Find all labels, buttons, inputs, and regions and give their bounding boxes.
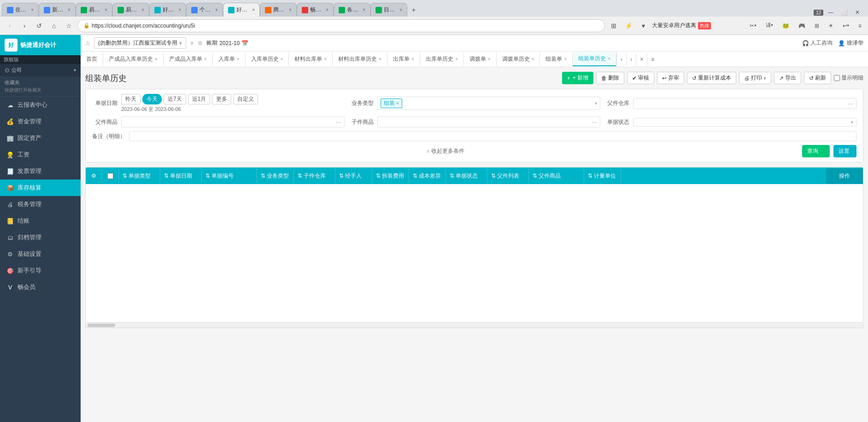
- tab-production-in[interactable]: 产成品入库单 ×: [164, 52, 213, 66]
- tab-transfer[interactable]: 调拨单 ×: [464, 52, 497, 66]
- grid-icon[interactable]: ⊞: [812, 22, 822, 30]
- audit-button[interactable]: ✔ 审核: [627, 72, 654, 84]
- sun-icon[interactable]: ☀: [826, 22, 836, 30]
- th-settings[interactable]: ⚙: [86, 169, 102, 183]
- tab-material-out-history[interactable]: 材料出库单历史 ×: [333, 52, 387, 66]
- dropdown-button[interactable]: ▾: [637, 20, 649, 32]
- tab-assembly-close[interactable]: ×: [564, 57, 567, 62]
- sidebar-item-member[interactable]: V 畅会员: [0, 279, 81, 295]
- tab-material-out-close[interactable]: ×: [324, 57, 327, 62]
- tab-assembly-history[interactable]: 组装单历史 ×: [573, 52, 616, 66]
- browser-tab-10[interactable]: 各… ×: [334, 3, 370, 17]
- biz-type-tag-close[interactable]: ×: [396, 101, 399, 106]
- address-bar[interactable]: 🔒 https://cloud.chanjet.com/accounting/u…: [77, 19, 605, 32]
- tab-in-order[interactable]: 入库单 ×: [213, 52, 246, 66]
- tab-next-button[interactable]: ›: [626, 53, 636, 65]
- browser-tab-4[interactable]: 易… ×: [112, 3, 149, 17]
- browser-tab-9[interactable]: 畅… ×: [297, 3, 334, 17]
- biz-type-select[interactable]: 组装 × ▾: [377, 97, 601, 110]
- date-more[interactable]: 更多: [212, 94, 231, 104]
- tab-close-8[interactable]: ×: [289, 7, 292, 12]
- recalculate-button[interactable]: ↺ 重新计算成本: [687, 72, 736, 84]
- sidebar-item-invoice[interactable]: 🧾 发票管理: [0, 163, 81, 179]
- date-1month[interactable]: 近1月: [188, 94, 211, 104]
- tab-close-all-button[interactable]: ×: [636, 53, 647, 65]
- tab-in-order-history[interactable]: 入库单历史 ×: [246, 52, 289, 66]
- back-button[interactable]: ‹: [4, 20, 16, 32]
- sidebar-item-cloud-report[interactable]: ☁ 云报表中心: [0, 97, 81, 113]
- refresh-button[interactable]: ↺ 刷新: [804, 72, 831, 84]
- refresh-browser-button[interactable]: ↺: [33, 20, 45, 32]
- minimize-btn[interactable]: —: [825, 8, 836, 17]
- browser-tab-3[interactable]: 易… ×: [76, 3, 112, 17]
- abandon-button[interactable]: ↩ 弃审: [657, 72, 684, 84]
- add-company-icon[interactable]: +: [190, 39, 194, 47]
- add-button[interactable]: + + 新增: [562, 72, 593, 84]
- tab-close-10[interactable]: ×: [363, 7, 365, 12]
- tab-close-3[interactable]: ×: [105, 7, 107, 12]
- sidebar-item-tax[interactable]: 🖨 税务管理: [0, 196, 81, 213]
- browser-tab-6[interactable]: 个… ×: [186, 3, 223, 17]
- tab-assembly[interactable]: 组装单 ×: [540, 52, 573, 66]
- sidebar-item-payroll[interactable]: 👷 工资: [0, 146, 81, 163]
- game-icon[interactable]: 🎮: [796, 22, 808, 30]
- home-button[interactable]: ⌂: [48, 20, 60, 32]
- show-detail-checkbox[interactable]: 显示明细: [834, 74, 863, 82]
- tab-close-4[interactable]: ×: [141, 7, 144, 12]
- tab-close-6[interactable]: ×: [215, 7, 218, 12]
- scrollbar-thumb[interactable]: [88, 324, 115, 327]
- scissors-icon[interactable]: ✂•: [747, 22, 759, 30]
- tab-out-order-close[interactable]: ×: [411, 57, 414, 62]
- th-order-date[interactable]: ⇅ 单据日期: [160, 168, 202, 184]
- tab-out-order[interactable]: 出库单 ×: [387, 52, 420, 66]
- tab-home[interactable]: 首页: [81, 52, 103, 66]
- translate-icon[interactable]: 译•: [763, 21, 776, 30]
- tab-out-order-history[interactable]: 出库单历史 ×: [420, 52, 464, 66]
- qr-code-button[interactable]: ⊞: [608, 20, 620, 32]
- emoji-icon[interactable]: 🐸: [780, 22, 792, 30]
- tab-material-out-history-close[interactable]: ×: [379, 57, 381, 62]
- sidebar-item-finance[interactable]: 💰 资金管理: [0, 113, 81, 130]
- tab-close-2[interactable]: ×: [68, 7, 70, 12]
- tab-close-5[interactable]: ×: [178, 7, 181, 12]
- forward-button[interactable]: ›: [18, 20, 30, 32]
- bookmark-button[interactable]: ☆: [63, 20, 75, 32]
- company-selector[interactable]: ⊙ 公司 ▾: [0, 64, 81, 76]
- sidebar-item-inventory[interactable]: 📦 库存核算: [0, 179, 81, 196]
- th-handler[interactable]: ⇅ 经手人: [335, 168, 372, 184]
- print-button[interactable]: 🖨 打印 ▾: [739, 72, 771, 84]
- th-cost-diff[interactable]: ⇅ 成本差异: [409, 168, 446, 184]
- tab-close-7[interactable]: ×: [252, 7, 255, 12]
- tab-transfer-close[interactable]: ×: [488, 57, 491, 62]
- th-disassembly-fee[interactable]: ⇅ 拆装费用: [372, 168, 409, 184]
- browser-tab-7[interactable]: 好… ×: [223, 3, 260, 17]
- sidebar-item-guide[interactable]: 🎯 新手引导: [0, 262, 81, 279]
- th-unit[interactable]: ⇅ 计量单位: [584, 168, 621, 184]
- tab-production-in-close[interactable]: ×: [204, 57, 207, 62]
- child-item-select[interactable]: ···: [377, 116, 601, 127]
- sidebar-item-fixed-assets[interactable]: 🏢 固定资产: [0, 130, 81, 146]
- sidebar-item-settings[interactable]: ⚙ 基础设置: [0, 246, 81, 262]
- query-button[interactable]: 查询: [802, 145, 830, 157]
- tab-close-1[interactable]: ×: [31, 7, 34, 12]
- browser-tab-2[interactable]: 新… ×: [39, 3, 76, 17]
- tab-close-11[interactable]: ×: [399, 7, 402, 12]
- collapse-more-button[interactable]: ∧ 收起更多条件: [92, 145, 798, 157]
- tab-assembly-history-close[interactable]: ×: [608, 56, 610, 61]
- th-checkbox[interactable]: [102, 169, 119, 183]
- sidebar-item-checkout[interactable]: 📒 结账: [0, 213, 81, 229]
- tab-transfer-history[interactable]: 调拨单历史 ×: [497, 52, 540, 66]
- sidebar-item-archive[interactable]: 🗂 归档管理: [0, 229, 81, 246]
- th-order-status[interactable]: ⇅ 单据状态: [446, 168, 487, 184]
- select-all-checkbox[interactable]: [107, 173, 113, 179]
- date-7days[interactable]: 近7天: [164, 94, 186, 104]
- settings-gear-icon[interactable]: ⚙: [198, 40, 203, 46]
- th-order-type[interactable]: ⇅ 单据类型: [119, 168, 160, 184]
- tab-production-in-history[interactable]: 产成品入库单历史 ×: [103, 52, 164, 66]
- th-order-no[interactable]: ⇅ 单据编号: [202, 168, 257, 184]
- th-child-warehouse[interactable]: ⇅ 子件仓库: [294, 168, 335, 184]
- setting-button[interactable]: 设置: [833, 145, 856, 157]
- calendar-icon[interactable]: 📅: [241, 40, 248, 46]
- tab-in-order-history-close[interactable]: ×: [281, 57, 283, 62]
- parent-item-more-btn[interactable]: ···: [336, 118, 341, 126]
